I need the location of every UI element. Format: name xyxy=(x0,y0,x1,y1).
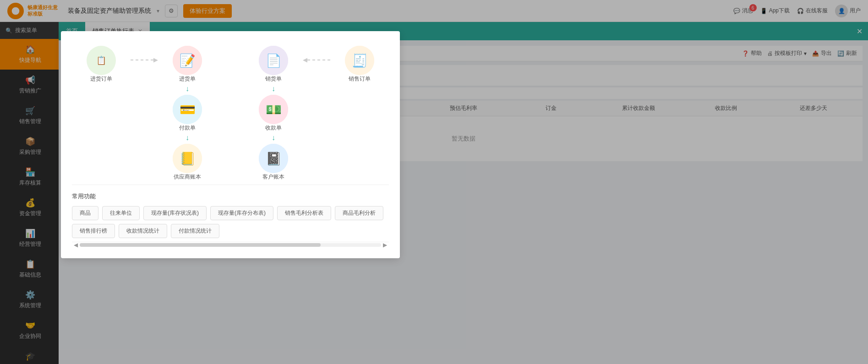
sales-order-node-label: 销售订单 xyxy=(349,75,371,83)
customer-ledger-label: 客户账本 xyxy=(262,173,284,181)
svg-text:📄: 📄 xyxy=(266,53,282,68)
svg-text:📒: 📒 xyxy=(180,151,196,166)
svg-text:🧾: 🧾 xyxy=(352,53,368,68)
flow-customer-col: ↓ 📓 客户账本 xyxy=(259,134,288,181)
sales-order-icon: 🧾 xyxy=(345,46,374,75)
flow-supplier-col: ↓ 📒 供应商账本 xyxy=(173,134,202,181)
arrow-down-customer: ↓ xyxy=(272,134,275,142)
cf-btn-receipt-stats[interactable]: 收款情况统计 xyxy=(119,224,167,238)
svg-text:📋: 📋 xyxy=(96,55,107,65)
flow-diagram-area: 📋 进货订单 ▶ 📝 进货单 xyxy=(72,42,389,181)
cf-btn-partners[interactable]: 往来单位 xyxy=(102,206,140,220)
supplier-ledger-label: 供应商账本 xyxy=(174,173,201,181)
svg-text:📝: 📝 xyxy=(180,53,196,68)
supplier-ledger-icon: 📒 xyxy=(173,144,202,173)
sales-bill-icon: 📄 xyxy=(259,46,288,75)
popup-scrollbar[interactable]: ◀ ▶ xyxy=(72,242,389,247)
cf-btn-product[interactable]: 商品 xyxy=(72,206,98,220)
payment-bill-label: 付款单 xyxy=(179,124,196,132)
arrow-left-1: ◀ xyxy=(303,56,330,63)
sales-bill-label: 销货单 xyxy=(265,75,282,83)
arrow-right-1: ▶ xyxy=(131,56,158,63)
flow-node-sales-order[interactable]: 🧾 销售订单 xyxy=(345,46,374,83)
common-functions: 常用功能 商品 往来单位 现存量(库存状况表) 现存量(库存分布表) 销售毛利分… xyxy=(72,185,389,238)
payment-bill-icon: 💳 xyxy=(173,95,202,124)
cf-buttons-row-2: 销售排行榜 收款情况统计 付款情况统计 xyxy=(72,224,389,238)
receipt-bill-label: 收款单 xyxy=(265,124,282,132)
scroll-left-icon[interactable]: ◀ xyxy=(72,242,80,248)
scroll-bar-container xyxy=(80,243,381,247)
flow-node-sales-bill[interactable]: 📄 销货单 xyxy=(259,46,288,83)
flow-node-purchase-bill[interactable]: 📝 进货单 xyxy=(173,46,202,83)
flow-popup: 📋 进货订单 ▶ 📝 进货单 xyxy=(61,31,400,258)
cf-btn-product-profit[interactable]: 商品毛利分析 xyxy=(335,206,383,220)
purchase-order-icon: 📋 xyxy=(87,46,116,75)
cf-btn-sales-profit[interactable]: 销售毛利分析表 xyxy=(277,206,331,220)
receipt-bill-icon: 💵 xyxy=(259,95,288,124)
scroll-right-icon[interactable]: ▶ xyxy=(381,242,389,248)
cf-btn-stock-status[interactable]: 现存量(库存状况表) xyxy=(143,206,207,220)
common-functions-title: 常用功能 xyxy=(72,192,389,201)
flow-payment-col: ↓ 💳 付款单 xyxy=(173,85,202,132)
cf-btn-payment-stats[interactable]: 付款情况统计 xyxy=(171,224,219,238)
flow-row-1: 📋 进货订单 ▶ 📝 进货单 xyxy=(79,46,382,83)
cf-btn-sales-ranking[interactable]: 销售排行榜 xyxy=(72,224,115,238)
flow-row-2: ↓ 💳 付款单 ↓ 💵 收款单 xyxy=(79,85,382,132)
flow-node-purchase-order[interactable]: 📋 进货订单 xyxy=(87,46,116,83)
cf-btn-stock-dist[interactable]: 现存量(库存分布表) xyxy=(210,206,273,220)
customer-ledger-icon: 📓 xyxy=(259,144,288,173)
purchase-order-label: 进货订单 xyxy=(90,75,112,83)
flow-receipt-col: ↓ 💵 收款单 xyxy=(259,85,288,132)
arrow-down-payment: ↓ xyxy=(186,85,189,93)
svg-text:📓: 📓 xyxy=(266,151,282,166)
svg-text:💳: 💳 xyxy=(180,102,196,117)
cf-buttons-row-1: 商品 往来单位 现存量(库存状况表) 现存量(库存分布表) 销售毛利分析表 商品… xyxy=(72,206,389,220)
arrow-down-receipt: ↓ xyxy=(272,85,275,93)
svg-text:💵: 💵 xyxy=(266,102,282,117)
flow-row-3: ↓ 📒 供应商账本 ↓ 📓 客户账本 xyxy=(79,134,382,181)
scroll-bar-thumb xyxy=(80,243,321,247)
purchase-bill-label: 进货单 xyxy=(179,75,196,83)
arrow-down-supplier: ↓ xyxy=(186,134,189,142)
purchase-bill-icon: 📝 xyxy=(173,46,202,75)
